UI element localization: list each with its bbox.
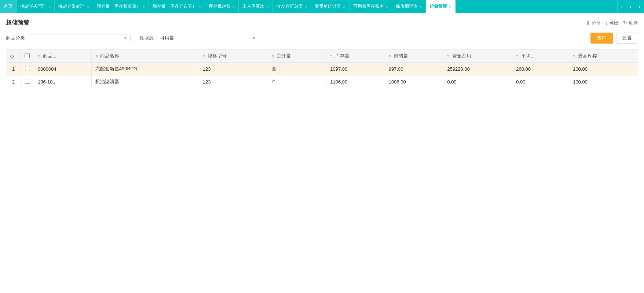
- row-unit: 套: [268, 63, 326, 75]
- row-spec: 123: [199, 75, 268, 88]
- nav-tab-home[interactable]: 首页: [0, 0, 17, 13]
- col-name-header[interactable]: ⇅ 商品名称: [91, 50, 199, 63]
- col-unit-header[interactable]: ⇅ 主计量: [268, 50, 326, 63]
- category-chevron-icon: ▼: [123, 36, 127, 40]
- close-tab-batch[interactable]: ×: [233, 4, 235, 9]
- row-num: 1: [6, 63, 21, 75]
- nav-tab-quality[interactable]: 保质期查询 ×: [392, 0, 426, 13]
- datasource-value: 可用量: [160, 35, 174, 41]
- datasource-filter: 数据源 可用量 ▼: [139, 33, 259, 43]
- share-button[interactable]: ⇫ 分享: [586, 20, 601, 26]
- close-tab-overstock[interactable]: ×: [449, 4, 451, 9]
- sort-icon: ⇅: [203, 54, 206, 58]
- nav-tab-available[interactable]: 可用量库存账本 ×: [350, 0, 392, 13]
- sort-icon: ⇅: [330, 54, 333, 58]
- sort-icon: ⇅: [447, 54, 450, 58]
- share-icon: ⇫: [586, 20, 590, 26]
- row-max-stock: 100.00: [569, 75, 638, 88]
- sort-icon: ⇅: [573, 54, 576, 58]
- nav-tab-inventory-status[interactable]: 现存量（库存状况表） ×: [93, 0, 149, 13]
- col-capital-header[interactable]: ⇅ 资金占用: [443, 50, 512, 63]
- sort-icon: ⇅: [95, 54, 98, 58]
- category-filter: 商品分类 ▼: [6, 34, 131, 42]
- datasource-label: 数据源: [139, 35, 154, 41]
- refresh-button[interactable]: ↻ 刷新: [623, 20, 638, 26]
- nav-tab-inout[interactable]: 出入库流水 ×: [239, 0, 272, 13]
- close-tab-collect[interactable]: ×: [305, 4, 307, 9]
- row-checkbox-cell[interactable]: [21, 63, 34, 75]
- nav-arrows: ‹ › ›: [617, 0, 644, 13]
- page-title: 超储预警: [6, 19, 29, 27]
- row-num: 2: [6, 75, 21, 88]
- row-checkbox[interactable]: [25, 79, 30, 84]
- col-avg-header[interactable]: ⇅ 平均...: [512, 50, 569, 63]
- top-nav: 首页 拣货任务管理 × 拣货异常处理 × 现存量（库存状况表） × 现存量（库存…: [0, 0, 644, 13]
- nav-prev-button[interactable]: ‹: [618, 0, 626, 13]
- row-spec: 123: [199, 63, 268, 75]
- select-all-checkbox[interactable]: [25, 53, 30, 58]
- page-content: 超储预警 ⇫ 分享 ↓ 导出 ↻ 刷新 商品分类 ▼ 数据源: [0, 13, 644, 293]
- row-overstock: 1006.00: [385, 75, 443, 88]
- row-name: 六配套新昌490BPG: [91, 63, 199, 75]
- row-checkbox-cell[interactable]: [21, 75, 34, 88]
- nav-tab-task[interactable]: 拣货任务管理 ×: [17, 0, 55, 13]
- sort-icon: ⇅: [38, 54, 41, 58]
- close-tab-inventory-status[interactable]: ×: [143, 4, 145, 9]
- close-tab-task[interactable]: ×: [48, 4, 51, 9]
- settings-button[interactable]: 设置: [616, 33, 638, 44]
- nav-tab-overstock[interactable]: 超储预警 ×: [426, 0, 455, 13]
- row-unit: 个: [268, 75, 326, 88]
- row-avg: 0.00: [512, 75, 569, 88]
- row-capital: 0.00: [443, 75, 512, 88]
- row-max-stock: 100.00: [569, 63, 638, 75]
- close-tab-order-stat[interactable]: ×: [343, 4, 345, 9]
- table-row: 1 0000004 六配套新昌490BPG 123 套 1097.00 997.…: [6, 63, 638, 75]
- export-icon: ↓: [605, 20, 608, 26]
- nav-next-button[interactable]: ›: [626, 0, 635, 13]
- col-checkbox[interactable]: [21, 50, 34, 63]
- sort-icon: ⇅: [272, 54, 275, 58]
- col-spec-header[interactable]: ⇅ 规格型号: [199, 50, 268, 63]
- col-code-header[interactable]: ⇅ 商品...: [34, 50, 92, 63]
- filter-row: 商品分类 ▼ 数据源 可用量 ▼ 查询 设置: [6, 33, 638, 44]
- col-max-stock-header[interactable]: ⇅ 最高库存: [569, 50, 638, 63]
- datasource-select[interactable]: 可用量 ▼: [157, 33, 259, 43]
- nav-more-button[interactable]: ›: [635, 0, 644, 13]
- row-code: 0000004: [34, 63, 92, 75]
- page-header: 超储预警 ⇫ 分享 ↓ 导出 ↻ 刷新: [6, 19, 638, 27]
- category-label: 商品分类: [6, 35, 25, 41]
- close-tab-inventory-dist[interactable]: ×: [198, 4, 201, 9]
- table-row: 2 186-10... 机油滤清器 123 个 1106.00 1006.00 …: [6, 75, 638, 88]
- row-code: 186-10...: [34, 75, 92, 88]
- col-stock-header[interactable]: ⇅ 库存量: [326, 50, 385, 63]
- header-actions: ⇫ 分享 ↓ 导出 ↻ 刷新: [586, 20, 638, 26]
- data-table: ⚙ ⇅ 商品... ⇅ 商品名称 ⇅ 规格型号 ⇅: [6, 49, 638, 88]
- export-button[interactable]: ↓ 导出: [605, 20, 619, 26]
- row-capital: 259220.00: [443, 63, 512, 75]
- row-stock: 1106.00: [326, 75, 385, 88]
- nav-tab-inventory-dist[interactable]: 现存量（库存分布表） ×: [149, 0, 205, 13]
- nav-tab-collect[interactable]: 收发存汇总表 ×: [273, 0, 311, 13]
- close-tab-abnormal[interactable]: ×: [87, 4, 89, 9]
- category-select[interactable]: ▼: [28, 34, 131, 42]
- close-tab-quality[interactable]: ×: [420, 4, 422, 9]
- row-name: 机油滤清器: [91, 75, 199, 88]
- settings-icon: ⚙: [10, 53, 14, 59]
- nav-tab-order-stat[interactable]: 要货单统计表 ×: [311, 0, 349, 13]
- datasource-chevron-icon: ▼: [252, 36, 256, 40]
- row-stock: 1097.00: [326, 63, 385, 75]
- query-button[interactable]: 查询: [590, 33, 613, 44]
- row-checkbox[interactable]: [25, 66, 30, 71]
- refresh-icon: ↻: [623, 20, 627, 26]
- row-avg: 260.00: [512, 63, 569, 75]
- col-settings[interactable]: ⚙: [6, 50, 21, 63]
- row-overstock: 997.00: [385, 63, 443, 75]
- nav-tab-batch[interactable]: 库存批次账 ×: [205, 0, 239, 13]
- nav-tab-abnormal[interactable]: 拣货异常处理 ×: [55, 0, 93, 13]
- col-overstock-header[interactable]: ⇅ 超储量: [385, 50, 443, 63]
- close-tab-available[interactable]: ×: [386, 4, 388, 9]
- filter-actions: 查询 设置: [590, 33, 638, 44]
- close-tab-inout[interactable]: ×: [266, 4, 268, 9]
- sort-icon: ⇅: [389, 54, 392, 58]
- table-header-row: ⚙ ⇅ 商品... ⇅ 商品名称 ⇅ 规格型号 ⇅: [6, 50, 638, 63]
